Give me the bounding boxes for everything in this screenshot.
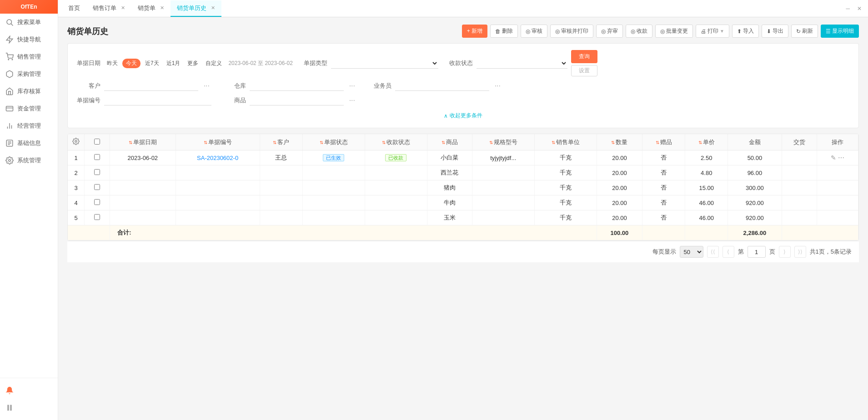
pagination: 每页显示 50 100 200 ⟨⟨ ⟨ 第 页 ⟩ ⟩⟩ 共1页，5条记录 [67, 241, 859, 262]
col-spec-type[interactable]: ⇅规格型号 [472, 134, 534, 150]
row-checkbox[interactable] [85, 165, 110, 180]
doc-number-link[interactable]: SA-20230602-0 [197, 155, 238, 161]
row-trade [782, 165, 817, 180]
total-label [68, 225, 110, 240]
sidebar-item-finance[interactable]: 资金管理 [0, 100, 58, 117]
filter-doc-number-input[interactable] [104, 95, 211, 105]
btn-show-detail[interactable]: ☰ 显示明细 [821, 25, 859, 38]
row-checkbox[interactable] [85, 180, 110, 195]
page-next-btn[interactable]: ⟩ [779, 246, 791, 258]
filter-customer-input[interactable] [104, 81, 198, 91]
filter-goods-dots[interactable]: ··· [347, 96, 357, 105]
page-first-btn[interactable]: ⟨⟨ [707, 246, 719, 258]
filter-warehouse-input[interactable] [250, 81, 344, 91]
filter-doc-type-select[interactable] [331, 58, 438, 69]
col-collect-status[interactable]: ⇅收款状态 [365, 134, 427, 150]
col-settings[interactable] [68, 134, 85, 150]
row-sales-unit: 千克 [534, 180, 597, 195]
row-checkbox[interactable] [85, 210, 110, 225]
sidebar-item-sys-mgmt[interactable]: 系统管理 [0, 152, 58, 169]
total-unit-price [685, 225, 728, 240]
sidebar-item-basic-info[interactable]: 基础信息 [0, 135, 58, 152]
table-row: 3猪肉千克20.00否15.00300.00 [68, 180, 858, 195]
col-goods[interactable]: ⇅商品 [427, 134, 472, 150]
filter-customer-dots[interactable]: ··· [202, 82, 211, 90]
btn-settings[interactable]: 设置 [571, 65, 597, 76]
more-icon[interactable]: ⋯ [837, 153, 845, 162]
bell-icon [5, 386, 14, 395]
select-all-checkbox[interactable] [94, 139, 100, 145]
tab-close-sales-order[interactable]: ✕ [121, 5, 125, 11]
btn-audit[interactable]: ◎ 审核 [521, 25, 547, 38]
row-checkbox[interactable] [85, 150, 110, 165]
col-unit-price[interactable]: ⇅单价 [685, 134, 728, 150]
btn-collect[interactable]: ◎ 收款 [626, 25, 652, 38]
btn-export[interactable]: ⬇ 导出 [762, 25, 788, 38]
sidebar-item-quick-nav[interactable]: 快捷导航 [0, 31, 58, 48]
sidebar-notifications[interactable] [0, 382, 58, 399]
col-gift[interactable]: ⇅赠品 [642, 134, 685, 150]
row-doc-number [176, 210, 260, 225]
page-size-select[interactable]: 50 100 200 [680, 246, 703, 258]
tab-home[interactable]: 首页 [62, 0, 86, 17]
date-btn-more[interactable]: 更多 [185, 59, 201, 68]
tab-sales-delivery[interactable]: 销货单 ✕ [131, 0, 171, 17]
row-checkbox[interactable] [85, 195, 110, 210]
sidebar-item-ops-mgmt[interactable]: 经营管理 [0, 117, 58, 135]
row-collect-status: 已收款 [365, 150, 427, 165]
col-customer[interactable]: ⇅客户 [260, 134, 302, 150]
row-sales-unit: 千克 [534, 210, 597, 225]
date-btn-custom[interactable]: 自定义 [203, 59, 225, 68]
sidebar-item-sales-mgmt[interactable]: 销售管理 [0, 48, 58, 65]
row-num: 1 [68, 150, 85, 165]
sidebar-item-purchase-mgmt[interactable]: 采购管理 [0, 65, 58, 83]
btn-query[interactable]: 查询 [571, 50, 597, 63]
edit-icon[interactable]: ✎ [830, 153, 837, 162]
window-close[interactable]: ✕ [854, 5, 864, 12]
filter-goods-input[interactable] [250, 95, 344, 105]
window-minimize[interactable]: ─ [843, 5, 853, 12]
table-body: 12023-06-02SA-20230602-0王总已生效已收款小白菜tyjyj… [68, 150, 858, 225]
row-num: 4 [68, 195, 85, 210]
row-doc-date [110, 210, 176, 225]
collapse-btn[interactable]: ∧ 收起更多条件 [75, 110, 851, 121]
sidebar-item-inventory[interactable]: 库存核算 [0, 83, 58, 100]
col-doc-date[interactable]: ⇅单据日期 [110, 134, 176, 150]
date-btn-7days[interactable]: 近7天 [142, 59, 162, 68]
sidebar-logo: OfTEn [0, 0, 58, 14]
tab-close-sales-delivery[interactable]: ✕ [160, 5, 164, 11]
date-btn-yesterday[interactable]: 昨天 [104, 59, 120, 68]
col-doc-status[interactable]: ⇅单据状态 [302, 134, 365, 150]
col-doc-number[interactable]: ⇅单据编号 [176, 134, 260, 150]
row-sales-unit: 千克 [534, 150, 597, 165]
btn-print[interactable]: 🖨 打印 ▼ [696, 25, 729, 38]
tab-close-sales-history[interactable]: ✕ [211, 5, 215, 11]
btn-refresh[interactable]: ↻ 刷新 [791, 25, 818, 38]
filter-collect-status-select[interactable] [477, 58, 567, 69]
btn-import[interactable]: ⬆ 导入 [732, 25, 759, 38]
col-qty[interactable]: ⇅数量 [597, 134, 642, 150]
row-unit-price: 15.00 [685, 180, 728, 195]
page-number-input[interactable] [748, 246, 766, 258]
row-doc-date: 2023-06-02 [110, 150, 176, 165]
col-checkbox-header[interactable] [85, 134, 110, 150]
btn-batch-change[interactable]: ◎ 批量变更 [655, 25, 693, 38]
btn-new[interactable]: + 新增 [462, 25, 487, 38]
page-last-btn[interactable]: ⟩⟩ [794, 246, 806, 258]
pause-icon [5, 404, 14, 412]
btn-abandon[interactable]: ◎ 弃审 [596, 25, 623, 38]
page-prev-btn[interactable]: ⟨ [722, 246, 734, 258]
btn-audit-print[interactable]: ◎ 审核并打印 [550, 25, 593, 38]
filter-warehouse-dots[interactable]: ··· [347, 82, 357, 90]
btn-delete[interactable]: 🗑 删除 [490, 25, 518, 38]
date-btn-today[interactable]: 今天 [122, 59, 140, 68]
filter-salesperson-dots[interactable]: ··· [493, 82, 502, 90]
sidebar-pause[interactable] [0, 399, 58, 416]
col-action: 操作 [817, 134, 858, 150]
col-sales-unit[interactable]: ⇅销售单位 [534, 134, 597, 150]
date-btn-1month[interactable]: 近1月 [164, 59, 183, 68]
sidebar-item-search-menu[interactable]: 搜索菜单 [0, 14, 58, 31]
filter-salesperson-input[interactable] [395, 81, 489, 91]
tab-sales-history[interactable]: 销货单历史 ✕ [171, 0, 221, 17]
tab-sales-order[interactable]: 销售订单 ✕ [86, 0, 131, 17]
